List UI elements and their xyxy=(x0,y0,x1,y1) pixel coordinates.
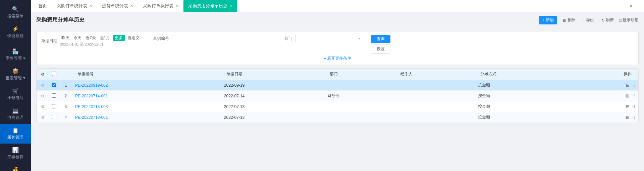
col-gear[interactable]: ⚙ xyxy=(37,69,49,80)
delete-button[interactable]: 🗑 🗑 删除 删除 xyxy=(560,16,578,24)
export-button[interactable]: ↑ 导出 xyxy=(581,16,596,24)
sidebar-item-search[interactable]: 🔍 搜索菜单 xyxy=(0,3,31,22)
row-checkbox-2[interactable] xyxy=(52,93,56,98)
row-doc-no[interactable]: PE-20220714-001 xyxy=(72,91,221,101)
doc-no-link[interactable]: PE-20220713-001 xyxy=(75,115,108,120)
refresh-button[interactable]: ↻ 刷新 xyxy=(599,16,616,24)
dept-input[interactable] xyxy=(295,35,362,42)
date-btn-more[interactable]: 更多 xyxy=(113,35,125,41)
purchase-icon: 📋 xyxy=(1,127,30,134)
close-all-tabs-button[interactable]: ✕ xyxy=(629,3,633,9)
date-btn-custom[interactable]: 自定义 xyxy=(126,35,141,41)
tab-purchase-order-stats[interactable]: 采购订单统计表 ✕ xyxy=(52,0,97,12)
doc-no-link[interactable]: PE-20220714-001 xyxy=(75,94,108,98)
show-detail-toggle[interactable]: □ □ 显示明细 显示明细 xyxy=(619,17,639,23)
page-title: 采购费用分摊单历史 xyxy=(36,16,85,23)
refresh-icon: ↻ xyxy=(601,18,605,23)
doc-no-link[interactable]: PE-20220919-002 xyxy=(75,83,108,88)
tab-close-purchase-order-exec[interactable]: ✕ xyxy=(175,4,178,8)
row-doc-no[interactable]: PE-20220713-001 xyxy=(72,112,221,123)
tab-purchase-fee-history[interactable]: 采购费用分摊单历史 ✕ xyxy=(183,0,237,12)
row-dept xyxy=(324,112,395,123)
sidebar-item-ecommerce[interactable]: 💻 电商管理 xyxy=(0,104,31,124)
row-number: 3 xyxy=(60,101,72,112)
row-doc-date: 2022-07-13 xyxy=(221,101,324,112)
tab-close-purchase-order-stats[interactable]: ✕ xyxy=(89,4,92,8)
doc-no-link[interactable]: PE-20220713-003 xyxy=(75,104,108,109)
row-checkbox-3[interactable] xyxy=(52,104,56,108)
quick-nav-icon: ⚡ xyxy=(1,26,30,32)
col-doc-date[interactable]: ↕单据日期 xyxy=(221,69,324,80)
sidebar-item-inventory[interactable]: 📊 库存核算 xyxy=(0,144,31,163)
row-gear[interactable]: ⚙ xyxy=(37,101,49,112)
row-view-icon[interactable]: ⊞ xyxy=(626,93,630,98)
row-view-icon[interactable]: ⊞ xyxy=(626,83,630,88)
col-doc-no[interactable]: ↕单据编号 xyxy=(72,69,221,80)
row-split-method: 按金额 xyxy=(475,101,570,112)
maximize-button[interactable]: ⛶ xyxy=(637,3,641,9)
row-dept: 财务部 xyxy=(324,91,395,101)
sidebar-item-purchase[interactable]: 📋 采购管理 xyxy=(0,124,31,144)
date-btn-yesterday[interactable]: 昨天 xyxy=(60,35,71,41)
row-gear[interactable]: ⚙ xyxy=(37,112,49,123)
toolbar: + 新增 🗑 🗑 删除 删除 ↑ 导出 ↻ 刷新 □ □ 显示明细 xyxy=(539,16,639,24)
row-check[interactable] xyxy=(49,80,60,91)
row-view-icon[interactable]: ⊞ xyxy=(626,115,630,120)
mini-shop-icon: 🛒 xyxy=(1,88,30,94)
tab-actions: ✕ ⛶ xyxy=(629,3,641,9)
add-button[interactable]: + 新增 xyxy=(539,16,557,24)
col-split-method[interactable]: ↕分摊方式 xyxy=(475,69,570,80)
data-table: ⚙ ↕单据编号 ↕单据日期 ↕部门 ↕经手人 ↕分摊方式 操作 xyxy=(37,69,638,123)
row-check[interactable] xyxy=(49,91,60,101)
tab-close-inbound-stats[interactable]: ✕ xyxy=(130,4,133,8)
col-action: 操作 xyxy=(570,69,638,80)
row-dept xyxy=(324,101,395,112)
row-check[interactable] xyxy=(49,101,60,112)
date-btn-7days[interactable]: 近7天 xyxy=(84,35,97,41)
tab-purchase-order-exec[interactable]: 采购订单执行表 ✕ xyxy=(138,0,183,12)
dept-filter: 部门 xyxy=(284,35,362,42)
date-filter: 单据日期 昨天 今天 近7天 近1月 更多 自定义 2022-01-01 至 2… xyxy=(41,35,141,47)
sidebar-item-mini-shop[interactable]: 🛒 小畅电商 xyxy=(0,84,31,104)
row-handler xyxy=(395,91,475,101)
tab-inbound-stats[interactable]: 进货单统计表 ✕ xyxy=(97,0,138,12)
date-btn-today[interactable]: 今天 xyxy=(72,35,83,41)
date-filter-label: 单据日期 xyxy=(41,38,57,44)
col-dept[interactable]: ↕部门 xyxy=(324,69,395,80)
settings-button[interactable]: 设置 xyxy=(371,45,390,54)
row-more-icon[interactable]: ⁝⁝ xyxy=(632,104,635,109)
row-gear[interactable]: ⚙ xyxy=(37,80,49,91)
row-gear[interactable]: ⚙ xyxy=(37,91,49,101)
row-actions: ⊞ ⁝⁝ xyxy=(570,101,638,112)
sidebar-item-wholesale[interactable]: 📦 批发管理 ▾ xyxy=(0,65,31,84)
table-header-row: ⚙ ↕单据编号 ↕单据日期 ↕部门 ↕经手人 ↕分摊方式 操作 xyxy=(37,69,638,80)
row-more-icon[interactable]: ⁝⁝ xyxy=(632,83,635,88)
row-view-icon[interactable]: ⊞ xyxy=(626,104,630,109)
dept-select-wrap xyxy=(295,35,362,42)
col-handler[interactable]: ↕经手人 xyxy=(395,69,475,80)
select-all-checkbox[interactable] xyxy=(52,72,56,76)
row-checkbox-4[interactable] xyxy=(52,115,56,119)
row-more-icon[interactable]: ⁝⁝ xyxy=(632,115,635,120)
table-row: ⚙ 4 PE-20220713-001 2022-07-13 按金额 ⊞ ⁝⁝ xyxy=(37,112,638,123)
search-button[interactable]: 查询 xyxy=(371,35,390,43)
sidebar-item-retail[interactable]: 🏪 零售管理 ▾ xyxy=(0,45,31,65)
row-actions: ⊞ ⁝⁝ xyxy=(570,80,638,91)
row-doc-no[interactable]: PE-20220713-003 xyxy=(72,101,221,112)
tab-home[interactable]: 首页 xyxy=(34,0,52,12)
data-table-container: ⚙ ↕单据编号 ↕单据日期 ↕部门 ↕经手人 ↕分摊方式 操作 xyxy=(36,68,639,123)
row-handler xyxy=(395,101,475,112)
doc-no-input[interactable] xyxy=(172,35,272,42)
sidebar-item-quick-nav[interactable]: ⚡ 快捷导航 xyxy=(0,22,31,42)
sidebar: 🔍 搜索菜单 ⚡ 快捷导航 🏪 零售管理 ▾ 📦 批发管理 ▾ 🛒 小畅电商 💻… xyxy=(0,0,31,171)
sidebar-item-finance[interactable]: 💰 资金管理 xyxy=(0,163,31,171)
row-doc-no[interactable]: PE-20220919-002 xyxy=(72,80,221,91)
expand-conditions-button[interactable]: ▾ 展开更多条件 xyxy=(324,56,351,61)
date-btn-1month[interactable]: 近1月 xyxy=(99,35,112,41)
row-checkbox-1[interactable] xyxy=(52,83,56,87)
expand-icon: ▾ xyxy=(324,56,326,61)
doc-no-filter: 单据编号 xyxy=(153,35,272,42)
row-check[interactable] xyxy=(49,112,60,123)
row-more-icon[interactable]: ⁝⁝ xyxy=(632,93,635,98)
tab-close-purchase-fee-history[interactable]: ✕ xyxy=(229,4,232,8)
